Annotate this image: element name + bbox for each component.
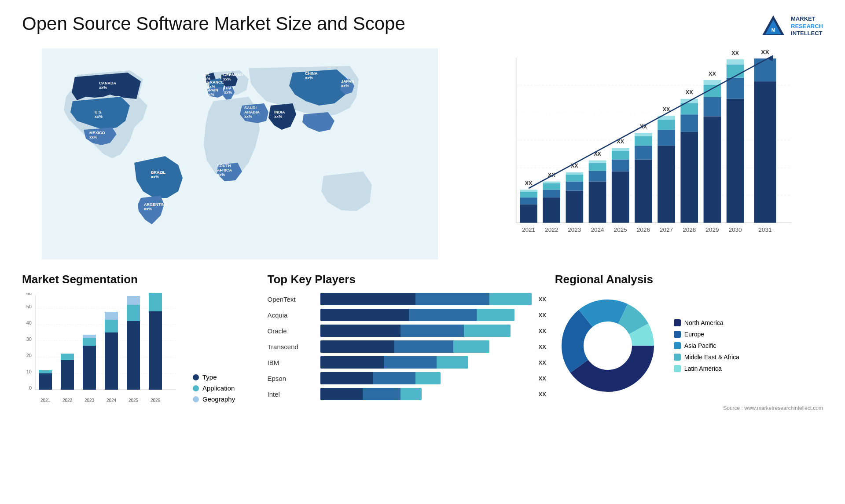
bar-label-2029: XX (709, 71, 716, 77)
bar-2025-seg2 (612, 160, 629, 172)
map-label-safrica-val: xx% (217, 172, 225, 177)
player-bar-seg2 (384, 356, 437, 369)
bar-2025-seg4 (612, 148, 629, 150)
bar-xlabel-2030: 2030 (728, 226, 742, 233)
bar-2026-seg4 (635, 133, 652, 136)
player-row: OpenTextXX (268, 293, 546, 305)
player-bar-seg2 (400, 325, 464, 337)
bar-2028-seg2 (680, 114, 698, 132)
player-row: TranscendXX (268, 340, 546, 353)
bar-2022-seg1 (543, 197, 560, 223)
svg-text:2021: 2021 (40, 398, 51, 403)
logo-icon: M (760, 13, 786, 40)
player-bar-seg1 (320, 372, 373, 384)
legend-label-type: Type (202, 373, 217, 381)
regional-legend-color (674, 354, 681, 361)
map-label-canada: CANADA (99, 81, 116, 85)
map-label-saudi2: ARABIA (244, 110, 260, 114)
player-name: Intel (268, 391, 316, 398)
player-name: Transcend (268, 343, 316, 351)
map-label-brazil: BRAZIL (151, 170, 165, 175)
map-label-china-val: xx% (305, 76, 313, 80)
player-bar-container (320, 340, 532, 353)
bar-2025-seg1 (612, 172, 629, 223)
map-label-mexico-val: xx% (89, 135, 97, 139)
regional-legend-label: Latin America (684, 365, 722, 372)
regional-legend-color (674, 342, 681, 349)
svg-text:2023: 2023 (84, 398, 95, 403)
player-bar-seg1 (320, 325, 400, 337)
bar-2021-seg2 (520, 197, 537, 205)
player-bar (320, 293, 532, 305)
player-row: AcquiaXX (268, 309, 546, 321)
map-container: U.S. xx% CANADA xx% MEXICO xx% BRAZIL xx… (22, 48, 458, 259)
map-label-saudi: SAUDI (244, 106, 257, 110)
map-label-spain-val: xx% (206, 92, 214, 97)
player-bar-container (320, 356, 532, 369)
map-label-argentina-val: xx% (144, 207, 152, 211)
player-bar-container (320, 293, 532, 305)
bar-2030-seg1 (727, 99, 744, 223)
bar-xlabel-2022: 2022 (545, 226, 558, 233)
player-name: Epson (268, 375, 316, 382)
bar-2024-seg2 (589, 171, 606, 182)
player-bar-seg1 (320, 293, 415, 305)
bar-xlabel-2027: 2027 (660, 226, 673, 233)
player-bar-container (320, 372, 532, 384)
svg-text:2024: 2024 (107, 398, 117, 403)
donut-hole (584, 322, 632, 369)
bar-2022-seg3 (543, 183, 560, 190)
bar-2026-seg2 (635, 146, 652, 159)
donut-chart (555, 293, 661, 398)
player-bar-seg3 (464, 325, 511, 337)
player-bar (320, 340, 489, 353)
bar-2029-seg3 (704, 84, 721, 97)
player-xx-label: XX (539, 359, 546, 366)
player-bar (320, 372, 441, 384)
legend-dot-application (193, 385, 199, 391)
regional-legend-label: Middle East & Africa (684, 354, 739, 361)
bar-2022-seg2 (543, 190, 560, 197)
map-label-uk: U.K. (202, 72, 210, 77)
map-label-germany: GERMANY (223, 73, 243, 77)
bar-2025-seg3 (612, 151, 629, 160)
map-label-germany-val: xx% (223, 77, 231, 81)
legend-dot-type (193, 374, 199, 380)
map-label-canada-val: xx% (99, 85, 107, 90)
key-players-title: Top Key Players (268, 273, 546, 286)
bar-2021-seg3 (520, 192, 537, 198)
player-bar-seg2 (373, 372, 415, 384)
donut-svg (555, 293, 661, 398)
svg-text:M: M (772, 28, 775, 33)
svg-rect-26 (39, 373, 52, 390)
logo-text: MARKET RESEARCH INTELLECT (791, 15, 823, 38)
player-name: Oracle (268, 327, 316, 335)
player-bar-seg3 (477, 309, 514, 321)
map-label-india-val: xx% (274, 114, 282, 119)
regional-legend-item: Asia Pacific (674, 342, 739, 349)
player-bar-container (320, 388, 532, 400)
bar-2031-seg2 (754, 58, 776, 81)
player-bar-seg1 (320, 340, 394, 353)
bar-2023-seg2 (566, 182, 584, 191)
map-label-usa-val: xx% (95, 114, 103, 119)
svg-rect-41 (127, 305, 140, 321)
player-name: IBM (268, 359, 316, 366)
player-bar (320, 309, 515, 321)
bar-2026-seg1 (635, 160, 652, 223)
seg-chart-svg: 0 10 20 30 40 50 60 (22, 293, 189, 416)
bar-2024-seg4 (589, 161, 606, 163)
top-section: U.S. xx% CANADA xx% MEXICO xx% BRAZIL xx… (22, 48, 823, 259)
bar-2028-seg1 (680, 132, 698, 223)
segmentation-title: Market Segmentation (22, 273, 259, 286)
bar-chart-container: XX 2021 XX 2022 XX 2023 (467, 48, 823, 259)
player-xx-label: XX (539, 391, 546, 398)
map-label-safrica2: AFRICA (217, 168, 232, 172)
svg-rect-40 (127, 321, 140, 390)
bar-chart-svg: XX 2021 XX 2022 XX 2023 (467, 48, 823, 259)
svg-text:20: 20 (26, 353, 32, 358)
player-bar-seg1 (320, 309, 409, 321)
player-bar-seg2 (415, 293, 489, 305)
bar-xlabel-2025: 2025 (614, 226, 627, 233)
bar-2031-seg1 (754, 81, 776, 223)
